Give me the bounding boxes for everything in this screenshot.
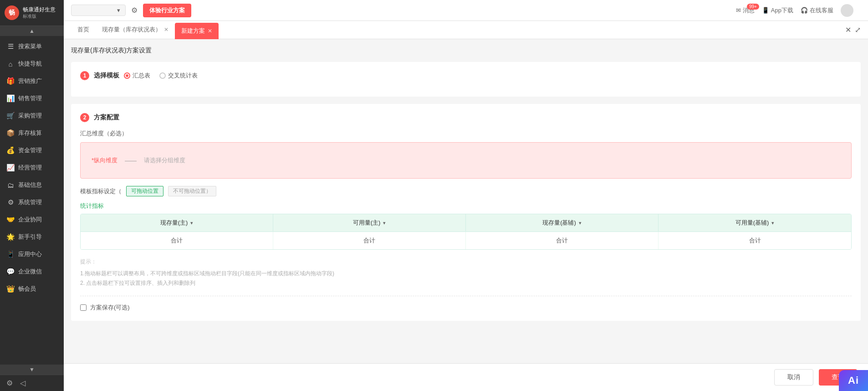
sidebar-item-purchase[interactable]: 🛒 采购管理 xyxy=(0,107,64,124)
topbar: ▾ ⚙ 体验行业方案 ✉ 消息 99+ 📱 App下载 🎧 在线客服 xyxy=(64,0,868,21)
dimension-label: 汇总维度（必选） xyxy=(80,129,852,138)
cart-icon: 🛒 xyxy=(6,112,15,120)
stats-cell-3: 合计 xyxy=(659,232,851,249)
sidebar-item-appcenter[interactable]: 📱 应用中心 xyxy=(0,246,64,263)
topbar-right: ✉ 消息 99+ 📱 App下载 🎧 在线客服 xyxy=(736,4,861,17)
tabs-right-controls: ✕ ⤢ xyxy=(845,26,861,34)
sidebar-item-member[interactable]: 👑 畅会员 xyxy=(0,280,64,298)
save-label: 方案保存(可选) xyxy=(90,304,130,312)
tab-expand-btn[interactable]: ⤢ xyxy=(855,26,861,34)
sidebar-item-marketing[interactable]: 🎁 营销推广 xyxy=(0,72,64,90)
step2-num: 2 xyxy=(80,113,89,122)
sidebar-item-label: 企业微信 xyxy=(18,268,42,276)
phone-icon: 📱 xyxy=(6,250,15,258)
online-service-btn[interactable]: 🎧 在线客服 xyxy=(801,6,833,15)
app-download-btn[interactable]: 📱 App下载 xyxy=(762,6,793,15)
radio-cross[interactable]: 交叉统计表 xyxy=(159,72,198,80)
sidebar-item-label: 应用中心 xyxy=(18,250,42,258)
tab-new-scheme-close[interactable]: ✕ xyxy=(208,28,212,34)
service-icon: 🎧 xyxy=(801,7,808,14)
sidebar-item-finance[interactable]: 💰 资金管理 xyxy=(0,142,64,159)
hint-1: 1.拖动标题栏可以调整布局，不可跨维度或指标区域拖动栏目字段(只能在同一维度或指… xyxy=(80,269,852,279)
radio-summary[interactable]: 汇总表 xyxy=(124,72,150,80)
message-btn[interactable]: ✉ 消息 99+ xyxy=(736,6,755,15)
sidebar-item-sales[interactable]: 📊 销售管理 xyxy=(0,90,64,107)
sidebar-item-label: 系统管理 xyxy=(18,198,42,206)
step2-card: 2 方案配置 汇总维度（必选） *纵向维度 —— 请选择分组维度 模板指标设定（… xyxy=(71,104,861,321)
sidebar-item-label: 新手引导 xyxy=(18,233,42,241)
step1-header: 1 选择模板 汇总表 交叉统计表 xyxy=(80,71,852,80)
radio-summary-dot xyxy=(124,72,130,79)
tab-home[interactable]: 首页 xyxy=(71,21,96,39)
trial-btn[interactable]: 体验行业方案 xyxy=(143,4,191,17)
trend-icon: 📈 xyxy=(6,164,15,172)
radio-cross-label: 交叉统计表 xyxy=(168,72,198,80)
search-input[interactable] xyxy=(76,7,112,14)
save-scheme: 方案保存(可选) xyxy=(80,304,852,312)
tab-close-all-btn[interactable]: ✕ xyxy=(845,26,851,34)
col-dropdown-3[interactable]: ▾ xyxy=(771,220,774,226)
sidebar-item-newuser[interactable]: 🌟 新手引导 xyxy=(0,228,64,246)
tab-new-scheme-label: 新建方案 xyxy=(181,27,205,35)
col-dropdown-0[interactable]: ▾ xyxy=(190,220,193,226)
sidebar-scroll-up[interactable]: ▲ xyxy=(0,26,64,36)
settings-footer-icon[interactable]: ⚙ xyxy=(6,379,13,387)
col-label-0: 现存量(主) xyxy=(160,219,188,227)
sidebar-logo: 畅 畅康通好生意 标准版 xyxy=(0,0,64,26)
footer-bar: 取消 查询 xyxy=(64,363,868,391)
sidebar-item-management[interactable]: 📈 经营管理 xyxy=(0,159,64,176)
avatar[interactable] xyxy=(841,4,853,17)
app-logo-icon: 畅 xyxy=(5,5,19,20)
tab-inventory[interactable]: 现存量（库存状况表） ✕ xyxy=(96,21,175,39)
stats-title: 统计指标 xyxy=(80,202,852,210)
ai-fab-button[interactable]: Ai xyxy=(839,370,868,391)
handshake-icon: 🤝 xyxy=(6,216,15,224)
sidebar-item-inventory[interactable]: 📦 库存核算 xyxy=(0,124,64,142)
non-draggable-tag: 不可拖动位置） xyxy=(168,186,216,196)
step2-header: 2 方案配置 xyxy=(80,113,852,122)
dimension-box: *纵向维度 —— 请选择分组维度 xyxy=(80,142,852,179)
main-area: ▾ ⚙ 体验行业方案 ✉ 消息 99+ 📱 App下载 🎧 在线客服 首页 xyxy=(64,0,868,391)
wechat-icon: 💬 xyxy=(6,268,15,276)
money-icon: 💰 xyxy=(6,146,15,154)
sidebar-item-system[interactable]: ⚙ 系统管理 xyxy=(0,194,64,211)
star-icon: 🌟 xyxy=(6,233,15,241)
cancel-button[interactable]: 取消 xyxy=(774,369,813,386)
col-header-1: 可用量(主) ▾ xyxy=(273,214,466,232)
col-label-3: 可用量(基辅) xyxy=(735,219,769,227)
stats-cell-2: 合计 xyxy=(466,232,659,249)
col-header-3: 可用量(基辅) ▾ xyxy=(659,214,851,232)
step1-card: 1 选择模板 汇总表 交叉统计表 xyxy=(71,62,861,97)
col-dropdown-1[interactable]: ▾ xyxy=(383,220,386,226)
sidebar-item-wechat[interactable]: 💬 企业微信 xyxy=(0,263,64,280)
search-dropdown-icon[interactable]: ▾ xyxy=(117,7,120,14)
sidebar-item-collab[interactable]: 🤝 企业协同 xyxy=(0,211,64,228)
col-dropdown-2[interactable]: ▾ xyxy=(579,220,582,226)
message-icon: ✉ xyxy=(736,7,741,14)
tab-new-scheme[interactable]: 新建方案 ✕ xyxy=(175,23,219,39)
col-header-0: 现存量(主) ▾ xyxy=(81,214,273,232)
sidebar-item-label: 采购管理 xyxy=(18,112,42,120)
step1-title: 选择模板 xyxy=(94,72,119,80)
collapse-footer-icon[interactable]: ◁ xyxy=(20,379,26,387)
indicators-label: 模板指标设定（ 可拖动位置 不可拖动位置） xyxy=(80,186,852,196)
page-title: 现存量(库存状况表)方案设置 xyxy=(71,46,861,55)
stats-cell-0: 合计 xyxy=(81,232,273,249)
sidebar-scroll-down[interactable]: ▼ xyxy=(0,365,64,375)
save-checkbox[interactable] xyxy=(80,304,87,311)
draggable-tag: 可拖动位置 xyxy=(126,186,163,196)
phone-download-icon: 📱 xyxy=(762,7,769,14)
col-label-2: 现存量(基辅) xyxy=(542,219,576,227)
topbar-settings-icon[interactable]: ⚙ xyxy=(131,6,138,15)
sidebar-item-label: 企业协同 xyxy=(18,216,42,224)
sidebar-item-label: 经营管理 xyxy=(18,164,42,172)
message-badge: 99+ xyxy=(747,4,759,10)
search-box[interactable]: ▾ xyxy=(71,5,126,16)
tab-inventory-close[interactable]: ✕ xyxy=(164,26,168,33)
search-menu-icon: ☰ xyxy=(6,42,15,51)
hints: 提示： 1.拖动标题栏可以调整布局，不可跨维度或指标区域拖动栏目字段(只能在同一… xyxy=(80,257,852,288)
sidebar-item-quicknav[interactable]: ⌂ 快捷导航 xyxy=(0,55,64,72)
dimension-placeholder[interactable]: 请选择分组维度 xyxy=(144,156,185,165)
sidebar-item-basics[interactable]: 🗂 基础信息 xyxy=(0,176,64,194)
sidebar-item-search[interactable]: ☰ 搜索菜单 xyxy=(0,38,64,55)
